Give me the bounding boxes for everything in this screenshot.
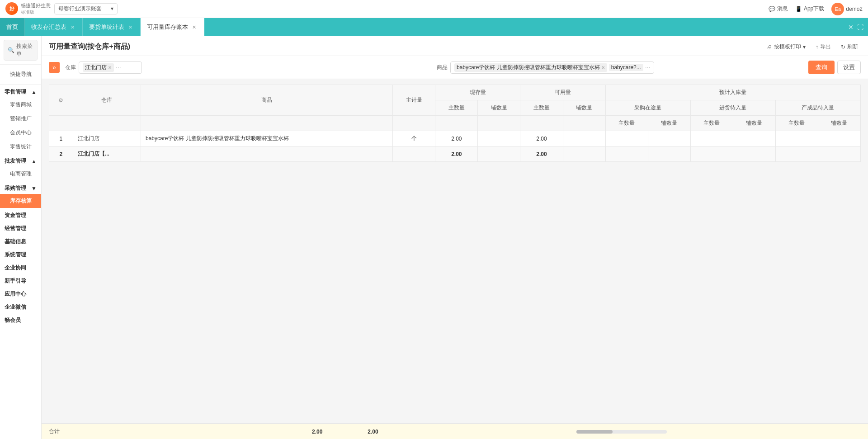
sidebar-group-finance[interactable]: 资金管理 (0, 208, 41, 221)
sidebar-group-system[interactable]: 系统管理 (0, 247, 41, 260)
app-download-action[interactable]: 📱 App下载 (795, 5, 824, 13)
app-center-label: 应用中心 (5, 290, 26, 298)
username: demo2 (846, 6, 863, 12)
th-available: 可用量 (520, 85, 605, 100)
enterprise-label: 企业协同 (5, 264, 26, 272)
filter-more-icon[interactable]: ··· (116, 64, 121, 71)
th-incoming-main: 主数量 (690, 116, 733, 131)
th-warehouse: 仓库 (73, 85, 141, 116)
sidebar-group-basic[interactable]: 基础信息 (0, 234, 41, 247)
sidebar-item-marketing[interactable]: 营销推广 (0, 112, 41, 126)
sidebar-group-wholesale[interactable]: 批发管理 ▲ (0, 154, 41, 167)
cell-stock-aux-1 (478, 131, 520, 146)
logo-sub: 标准版 (21, 9, 51, 15)
warehouse-tag-close[interactable]: ✕ (108, 65, 112, 70)
tab-bar: 首页 收发存汇总表 ✕ 要货单统计表 ✕ 可用量库存账本 ✕ ✕ ⛶ (0, 18, 868, 36)
sidebar-item-members[interactable]: 会员中心 (0, 126, 41, 140)
sidebar-group-enterprise-wx[interactable]: 企业微信 (0, 300, 41, 313)
th-forecast: 预计入库量 (605, 85, 860, 100)
th-incoming-aux: 辅数量 (733, 116, 775, 131)
avatar-initials: Ea (835, 6, 841, 12)
printer-icon: 🖨 (767, 44, 772, 50)
cell-unit-2 (393, 146, 435, 162)
scrollbar-thumb (576, 430, 613, 434)
th-stock-main: 主数量 (435, 100, 478, 116)
warehouse-tag: 江北门店 ✕ (83, 63, 114, 72)
tab-home[interactable]: 首页 (0, 18, 25, 36)
sidebar-item-inventory[interactable]: 库存核算 (0, 194, 41, 208)
industry-selector[interactable]: 母婴行业演示账套 ▾ (54, 3, 118, 14)
sidebar-group-retail[interactable]: 零售管理 ▲ (0, 85, 41, 98)
sidebar-group-operations[interactable]: 经营管理 (0, 221, 41, 234)
message-icon: 💬 (769, 6, 775, 12)
total-stock: 2.00 (307, 429, 327, 435)
sidebar: 🔍 搜索菜单 快捷导航 零售管理 ▲ 零售商城 营销推广 会员中心 零售统计 批… (0, 36, 42, 439)
page-title: 可用量查询(按仓库+商品) (49, 42, 130, 52)
settings-button[interactable]: 设置 (837, 61, 861, 74)
export-button[interactable]: ↑ 导出 (813, 42, 834, 52)
message-label: 消息 (777, 5, 788, 13)
scrollbar-track (576, 430, 667, 434)
close-window-icon[interactable]: ✕ (848, 24, 854, 31)
tab-receipts[interactable]: 收发存汇总表 ✕ (25, 18, 83, 36)
warehouse-input[interactable]: 江北门店 ✕ ··· (79, 61, 142, 74)
tab-orders-close[interactable]: ✕ (127, 24, 134, 31)
cell-index-2: 2 (49, 146, 73, 162)
search-label: 搜索菜单 (16, 42, 33, 58)
avatar: Ea (831, 3, 844, 15)
sidebar-item-retail-stats[interactable]: 零售统计 (0, 140, 41, 154)
sidebar-group-newbie[interactable]: 新手引导 (0, 274, 41, 287)
cell-avail-main-2: 2.00 (520, 146, 563, 162)
search-button[interactable]: 🔍 搜索菜单 (4, 40, 38, 61)
th-unit: 主计量 (393, 85, 435, 116)
goods-tag1-close[interactable]: ✕ (601, 65, 605, 70)
cell-stock-aux-2 (478, 146, 520, 162)
cell-index-1: 1 (49, 131, 73, 146)
user-profile[interactable]: Ea demo2 (831, 3, 863, 15)
main-layout: 🔍 搜索菜单 快捷导航 零售管理 ▲ 零售商城 营销推广 会员中心 零售统计 批… (0, 36, 868, 439)
tab-receipts-close[interactable]: ✕ (69, 24, 76, 31)
goods-input[interactable]: babycare学饮杯 儿童防摔防撞吸管杯重力球吸嘴杯宝宝水杯 ✕ babyca… (450, 61, 654, 74)
th-avail-aux: 辅数量 (563, 100, 605, 116)
sidebar-group-member[interactable]: 畅会员 (0, 313, 41, 326)
tab-orders[interactable]: 要货单统计表 ✕ (83, 18, 141, 36)
cell-i-main-2 (690, 146, 733, 162)
th-empty4 (393, 116, 435, 131)
sidebar-group-procurement[interactable]: 采购管理 ▼ (0, 181, 41, 194)
cell-pr-aux-1 (818, 131, 860, 146)
settings-icon[interactable]: ⚙ (58, 97, 63, 104)
table-row-subtotal: 2 江北门店【... 2.00 2.00 (49, 146, 861, 162)
tab-inventory-close[interactable]: ✕ (191, 24, 198, 31)
member-label: 畅会员 (5, 316, 21, 324)
refresh-button[interactable]: ↻ 刷新 (838, 42, 861, 52)
cell-p-main-2 (605, 146, 648, 162)
sidebar-search: 🔍 搜索菜单 (0, 36, 41, 65)
cell-p-aux-1 (648, 131, 690, 146)
sidebar-item-ecommerce[interactable]: 电商管理 (0, 167, 41, 181)
th-avail-main: 主数量 (520, 100, 563, 116)
sidebar-item-quicknav[interactable]: 快捷导航 (0, 67, 41, 81)
warehouse-filter-group: 仓库 江北门店 ✕ ··· (65, 61, 431, 74)
cell-unit-1: 个 (393, 131, 435, 146)
goods-tag1: babycare学饮杯 儿童防摔防撞吸管杯重力球吸嘴杯宝宝水杯 ✕ (454, 63, 607, 72)
goods-filter-more-icon[interactable]: ··· (645, 64, 651, 71)
message-action[interactable]: 💬 消息 (769, 5, 788, 13)
sidebar-group-app-center[interactable]: 应用中心 (0, 287, 41, 300)
chevron-down-icon: ▾ (111, 5, 113, 12)
expand-button[interactable]: » (49, 62, 60, 73)
th-purchase-aux: 辅数量 (648, 116, 690, 131)
query-button[interactable]: 查询 (808, 61, 835, 74)
sidebar-group-enterprise[interactable]: 企业协同 (0, 260, 41, 274)
print-button[interactable]: 🖨 按模板打印 ▾ (764, 42, 808, 52)
refresh-label: 刷新 (847, 43, 858, 51)
th-stock: 现存量 (435, 85, 520, 100)
basic-label: 基础信息 (5, 238, 26, 245)
industry-label: 母婴行业演示账套 (58, 5, 102, 13)
cell-avail-main-1: 2.00 (520, 131, 563, 146)
maximize-icon[interactable]: ⛶ (857, 24, 863, 31)
top-bar: 好 畅捷通好生意 标准版 母婴行业演示账套 ▾ 💬 消息 📱 App下载 Ea … (0, 0, 868, 18)
tab-inventory[interactable]: 可用量库存账本 ✕ (141, 18, 204, 36)
sidebar-item-retail-mall[interactable]: 零售商城 (0, 98, 41, 112)
chevron-icon2: ▲ (31, 158, 37, 165)
cell-p-main-1 (605, 131, 648, 146)
